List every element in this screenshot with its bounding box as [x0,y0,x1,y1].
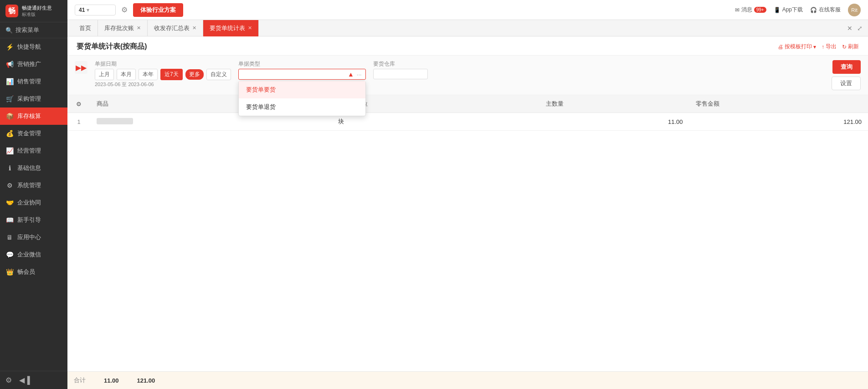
warehouse-select[interactable] [373,69,428,79]
table-container: ⚙ 商品 主计量单位 主数量 零售金额 1 块 [67,95,868,371]
date-filter-group: 单据日期 上月 本月 本年 近7天 更多 自定义 2023-05-06 至 20… [95,60,231,88]
tab-expand-icon[interactable]: ⤢ [857,25,863,32]
quicknav-icon: ⚡ [5,43,14,51]
close-order-stats-icon[interactable]: ✕ [248,25,252,31]
sales-icon: 📊 [5,78,14,85]
online-service-button[interactable]: 🎧 在线客服 [810,6,841,14]
page-content: 要货单统计表(按商品) 🖨 按模板打印 ▾ ↑ 导出 ↻ 刷新 ▶▶ [67,36,868,389]
th-amount: 零售金额 [689,95,868,113]
th-gear[interactable]: ⚙ [67,95,90,113]
search-icon: 🔍 [5,27,13,34]
sidebar-search[interactable]: 🔍 搜索菜单 [0,22,67,38]
phone-icon: 📱 [774,7,781,13]
system-icon: ⚙ [5,182,14,189]
last-7-days-btn[interactable]: 近7天 [160,69,183,80]
branch-chevron-icon: ▾ [87,7,89,13]
sidebar-logo: 畅 畅捷通好生意 标准版 [0,0,67,22]
doctype-dots-icon[interactable]: ··· [357,71,362,78]
tab-order-stats[interactable]: 要货单统计表 ✕ [203,20,259,36]
avatar[interactable]: Rit [848,4,861,16]
doctype-filter-group: 单据类型 ▲ ··· 要货单要货 要货单退货 [238,60,366,80]
settings-icon[interactable]: ⚙ [5,376,12,384]
headset-icon: 🎧 [810,7,817,13]
sidebar-item-member[interactable]: 👑 畅会员 [0,263,67,281]
doctype-chevron-icon[interactable]: ▲ [348,71,354,78]
filter-bar: ▶▶ 单据日期 上月 本月 本年 近7天 更多 自定义 2023-05-06 至… [67,56,868,95]
last-month-btn[interactable]: 上月 [95,69,114,80]
sidebar-item-sales[interactable]: 📊 销售管理 [0,73,67,90]
product-name-blurred [97,118,133,124]
filter-toggle-button[interactable]: ▶▶ [75,61,87,74]
doctype-input[interactable] [242,71,348,78]
sidebar-item-inventory[interactable]: 📦 库存核算 [0,107,67,125]
main-area: 41 ▾ ⚙ 体验行业方案 ✉ 消息 99+ 📱 App下载 🎧 在线客服 Ri… [67,0,868,389]
sidebar-item-appcenter[interactable]: 🖥 应用中心 [0,229,67,246]
branch-selector[interactable]: 41 ▾ [75,5,116,15]
page-header: 要货单统计表(按商品) 🖨 按模板打印 ▾ ↑ 导出 ↻ 刷新 [67,36,868,56]
tab-inventory-batch[interactable]: 库存批次账 ✕ [98,20,148,36]
trial-button[interactable]: 体验行业方案 [133,3,183,17]
sidebar-item-marketing[interactable]: 📢 营销推广 [0,56,67,73]
this-month-btn[interactable]: 本月 [117,69,136,80]
print-button[interactable]: 🖨 按模板打印 ▾ [778,43,816,51]
sidebar-item-basicinfo[interactable]: ℹ 基础信息 [0,159,67,177]
doctype-option-1[interactable]: 要货单退货 [239,98,365,116]
message-icon: ✉ [735,7,740,13]
footer-qty-value: 11.00 [104,377,119,384]
refresh-button[interactable]: ↻ 刷新 [842,43,859,51]
sidebar: 畅 畅捷通好生意 标准版 🔍 搜索菜单 ⚡ 快捷导航 📢 营销推广 📊 销售管理… [0,0,67,389]
sidebar-item-operations[interactable]: 📈 经营管理 [0,142,67,159]
topbar-gear-icon[interactable]: ⚙ [121,5,128,14]
tabbar: 首页 库存批次账 ✕ 收发存汇总表 ✕ 要货单统计表 ✕ ✕ ⤢ [67,20,868,36]
query-button[interactable]: 查询 [832,60,861,74]
more-btn[interactable]: 更多 [185,69,204,80]
export-button[interactable]: ↑ 导出 [822,43,837,51]
close-inventory-batch-icon[interactable]: ✕ [137,25,141,31]
column-settings-icon[interactable]: ⚙ [76,101,82,107]
settings-button[interactable]: 设置 [832,77,861,90]
cell-qty: 11.00 [539,113,689,131]
sidebar-item-finance[interactable]: 💰 资金管理 [0,125,67,142]
logo-text: 畅捷通好生意 标准版 [22,5,52,17]
appcenter-icon: 🖥 [5,234,14,241]
sidebar-item-quicknav[interactable]: ⚡ 快捷导航 [0,38,67,56]
topbar-right: ✉ 消息 99+ 📱 App下载 🎧 在线客服 Rit [735,4,861,16]
sidebar-item-system[interactable]: ⚙ 系统管理 [0,177,67,194]
page-title: 要货单统计表(按商品) [77,42,147,51]
th-qty: 主数量 [539,95,689,113]
tabbar-controls: ✕ ⤢ [847,25,863,32]
doctype-filter-label: 单据类型 [238,60,366,68]
doctype-input-wrapper[interactable]: ▲ ··· [238,69,366,80]
data-table: ⚙ 商品 主计量单位 主数量 零售金额 1 块 [67,95,868,131]
filter-bar-inner: 单据日期 上月 本月 本年 近7天 更多 自定义 2023-05-06 至 20… [95,60,861,90]
this-year-btn[interactable]: 本年 [139,69,158,80]
table-header-row: ⚙ 商品 主计量单位 主数量 零售金额 [67,95,868,113]
topbar: 41 ▾ ⚙ 体验行业方案 ✉ 消息 99+ 📱 App下载 🎧 在线客服 Ri… [67,0,868,20]
app-download-button[interactable]: 📱 App下载 [774,6,803,14]
export-icon: ↑ [822,44,824,50]
purchase-icon: 🛒 [5,95,14,102]
footer-label: 合计 [74,376,86,384]
table-footer: 合计 11.00 121.00 [67,371,868,389]
sidebar-item-corpwechat[interactable]: 💬 企业微信 [0,246,67,263]
sidebar-item-guide[interactable]: 📖 新手引导 [0,211,67,229]
tab-home[interactable]: 首页 [73,20,98,36]
collapse-icon[interactable]: ◀▐ [19,376,30,384]
tab-close-all-icon[interactable]: ✕ [847,25,853,32]
doctype-dropdown: 要货单要货 要货单退货 [238,81,366,116]
tab-stock-summary[interactable]: 收发存汇总表 ✕ [148,20,203,36]
sidebar-item-purchase[interactable]: 🛒 采购管理 [0,90,67,107]
doctype-option-0[interactable]: 要货单要货 [239,81,365,98]
date-range-display: 2023-05-06 至 2023-06-06 [95,81,231,88]
custom-date-btn[interactable]: 自定义 [206,69,231,80]
finance-icon: 💰 [5,130,14,137]
sidebar-item-collab[interactable]: 🤝 企业协同 [0,194,67,211]
footer-qty-item: 11.00 [104,377,119,384]
message-button[interactable]: ✉ 消息 99+ [735,6,766,14]
logo-icon: 畅 [5,5,18,17]
close-stock-summary-icon[interactable]: ✕ [192,25,196,31]
collab-icon: 🤝 [5,199,14,206]
member-icon: 👑 [5,268,14,276]
marketing-icon: 📢 [5,61,14,68]
refresh-icon: ↻ [842,44,847,50]
